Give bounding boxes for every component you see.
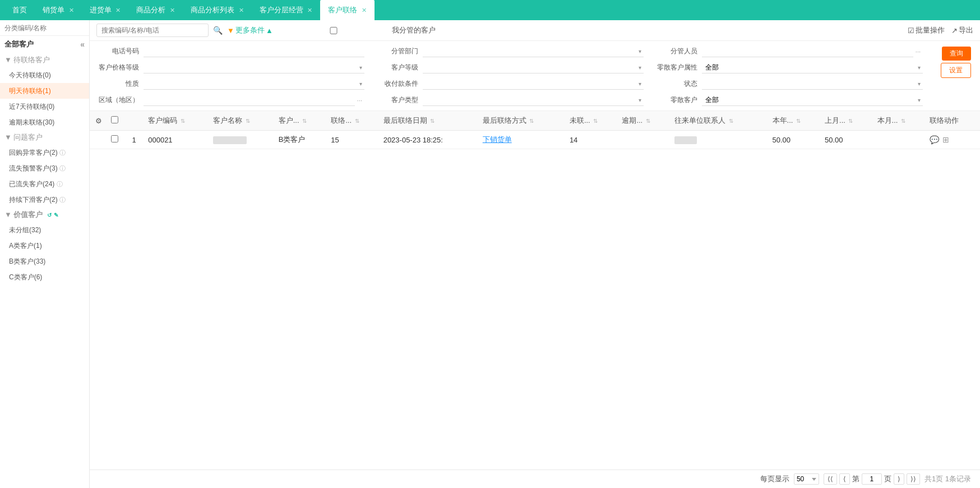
close-customer-layered-icon[interactable]: ✕: [307, 7, 312, 13]
customer-level-select[interactable]: [423, 62, 644, 73]
region-input[interactable]: [144, 94, 355, 106]
sidebar-item-churn-warning[interactable]: 流失预警客户(3) ⓘ: [0, 160, 89, 176]
sidebar-item-overdue-contact[interactable]: 逾期未联络(30): [0, 114, 89, 130]
th-last-month[interactable]: 上月... ⇅: [821, 111, 874, 131]
more-conditions-button[interactable]: ▼ 更多条件 ▲: [227, 25, 273, 35]
department-select[interactable]: [423, 45, 644, 57]
phone-input[interactable]: [144, 45, 364, 57]
department-label: 分管部门: [378, 47, 423, 56]
retail-customer-label: 零散客户: [657, 95, 702, 105]
nav-purchase-order[interactable]: 进货单 ✕: [82, 0, 129, 20]
sort-last-date-icon: ⇅: [430, 118, 434, 124]
status-select[interactable]: [702, 78, 923, 89]
sidebar-item-declining[interactable]: 持续下滑客户(2) ⓘ: [0, 192, 89, 208]
th-last-contact-method[interactable]: 最后联络方式 ⇅: [479, 111, 566, 131]
nav-home[interactable]: 首页: [4, 0, 35, 20]
th-last-contact-date[interactable]: 最后联络日期 ⇅: [380, 111, 479, 131]
comment-action-icon[interactable]: 💬: [930, 135, 939, 144]
row-last-contact-method[interactable]: 下销货单: [479, 131, 566, 149]
next-page-button[interactable]: ⟩: [894, 473, 904, 485]
sidebar-search-input[interactable]: [4, 24, 89, 32]
batch-operation-button[interactable]: ☑ 批量操作: [908, 25, 945, 35]
my-customers-checkbox[interactable]: [278, 27, 390, 34]
value-refresh-icon[interactable]: ↺: [47, 212, 52, 218]
batch-icon: ☑: [908, 26, 914, 35]
sidebar-search-bar: 🔍: [0, 20, 89, 36]
th-this-month[interactable]: 本月... ⇅: [874, 111, 927, 131]
page-size-label: 每页显示: [760, 474, 789, 484]
last-page-button[interactable]: ⟩⟩: [907, 473, 920, 485]
page-number-input[interactable]: [862, 473, 882, 485]
person-input[interactable]: [702, 45, 913, 57]
close-customer-contact-icon[interactable]: ✕: [362, 7, 367, 13]
pagination-bar: 每页显示 20 50 100 ⟨⟨ ⟨ 第 页 ⟩ ⟩⟩ 共1页 1条记录: [90, 469, 980, 488]
close-sales-order-icon[interactable]: ✕: [69, 7, 74, 13]
retail-attr-select[interactable]: 全部: [702, 62, 923, 73]
value-edit-icon[interactable]: ✎: [54, 212, 58, 218]
th-no-contact[interactable]: 未联... ⇅: [566, 111, 619, 131]
sort-code-icon: ⇅: [181, 118, 185, 124]
filter-bar: 🔍 ▼ 更多条件 ▲ 我分管的客户 ☑ 批量操作 ↗ 导出: [90, 20, 980, 41]
search-button[interactable]: 🔍: [213, 26, 223, 35]
query-button[interactable]: 查询: [942, 47, 971, 61]
sidebar-item-churned[interactable]: 已流失客户(24) ⓘ: [0, 176, 89, 192]
sidebar-item-ungrouped[interactable]: 未分组(32): [0, 222, 89, 238]
sidebar-item-tomorrow-contact[interactable]: 明天待联络(1): [0, 83, 89, 99]
th-contact[interactable]: 联络... ⇅: [327, 111, 380, 131]
sidebar-item-class-c[interactable]: C类客户(6): [0, 269, 89, 285]
export-button[interactable]: ↗ 导出: [951, 25, 973, 35]
close-product-list-icon[interactable]: ✕: [239, 7, 244, 13]
price-level-select[interactable]: [144, 62, 364, 73]
sort-name-icon: ⇅: [246, 118, 250, 124]
th-this-year[interactable]: 本年... ⇅: [769, 111, 822, 131]
customer-type-select-wrap: ▾: [423, 94, 644, 106]
th-gear[interactable]: ⚙: [90, 111, 108, 131]
nav-sales-order[interactable]: 销货单 ✕: [35, 0, 82, 20]
sidebar-item-class-a[interactable]: A类客户(1): [0, 238, 89, 254]
customer-level-label: 客户等级: [378, 63, 423, 72]
settings-button[interactable]: 设置: [941, 63, 971, 78]
last-contact-link[interactable]: 下销货单: [483, 135, 512, 144]
retail-attr-select-wrap: 全部 ▾: [702, 62, 923, 73]
sidebar-item-repurchase-abnormal[interactable]: 回购异常客户(2) ⓘ: [0, 145, 89, 160]
row-action-icons: 💬 ⊞: [930, 135, 977, 144]
nav-product-analysis-list[interactable]: 商品分析列表 ✕: [183, 0, 252, 20]
close-product-analysis-icon[interactable]: ✕: [170, 7, 175, 13]
sidebar-item-class-b[interactable]: B类客户(33): [0, 254, 89, 269]
person-more-icon[interactable]: ···: [913, 48, 923, 55]
filter-cell-nature: 性质 ▾: [99, 78, 364, 90]
th-type[interactable]: 客户... ⇅: [275, 111, 328, 131]
collapse-sidebar-icon[interactable]: «: [80, 40, 85, 49]
filter-cell-region: 区域（地区） ···: [99, 94, 364, 106]
sort-method-icon: ⇅: [529, 118, 534, 124]
th-overdue[interactable]: 逾期... ⇅: [618, 111, 671, 131]
nav-product-analysis[interactable]: 商品分析 ✕: [128, 0, 183, 20]
first-page-button[interactable]: ⟨⟨: [824, 473, 837, 485]
region-more-icon[interactable]: ···: [355, 97, 364, 104]
person-label: 分管人员: [657, 47, 702, 56]
grid-action-icon[interactable]: ⊞: [942, 135, 949, 144]
nav-customer-layered[interactable]: 客户分层经营 ✕: [252, 0, 321, 20]
th-unit-contact[interactable]: 往来单位联系人 ⇅: [671, 111, 769, 131]
row-this-year: 50.00: [769, 131, 822, 149]
page-size-select[interactable]: 20 50 100: [794, 473, 819, 485]
price-level-select-wrap: ▾: [144, 62, 364, 73]
retail-customer-select[interactable]: 全部: [702, 94, 923, 105]
sidebar-item-today-contact[interactable]: 今天待联络(0): [0, 67, 89, 83]
close-purchase-order-icon[interactable]: ✕: [115, 7, 121, 13]
search-input[interactable]: [96, 24, 209, 37]
row-gear: [90, 131, 108, 149]
payment-select[interactable]: [423, 78, 644, 89]
prev-page-button[interactable]: ⟨: [839, 473, 850, 485]
nav-customer-contact[interactable]: 客户联络 ✕: [320, 0, 375, 20]
select-all-checkbox[interactable]: [111, 116, 118, 123]
th-code[interactable]: 客户编码 ⇅: [145, 111, 210, 131]
sort-this-month-icon: ⇅: [901, 118, 905, 124]
nature-select[interactable]: [144, 78, 364, 89]
th-name[interactable]: 客户名称 ⇅: [210, 111, 275, 131]
page-nav: ⟨⟨ ⟨ 第 页 ⟩ ⟩⟩: [824, 473, 920, 485]
row-select-checkbox[interactable]: [111, 135, 118, 142]
row-last-contact-date: 2023-05-23 18:25:: [380, 131, 479, 149]
sidebar-item-7days-contact[interactable]: 近7天待联络(0): [0, 99, 89, 114]
customer-type-select[interactable]: [423, 94, 644, 105]
